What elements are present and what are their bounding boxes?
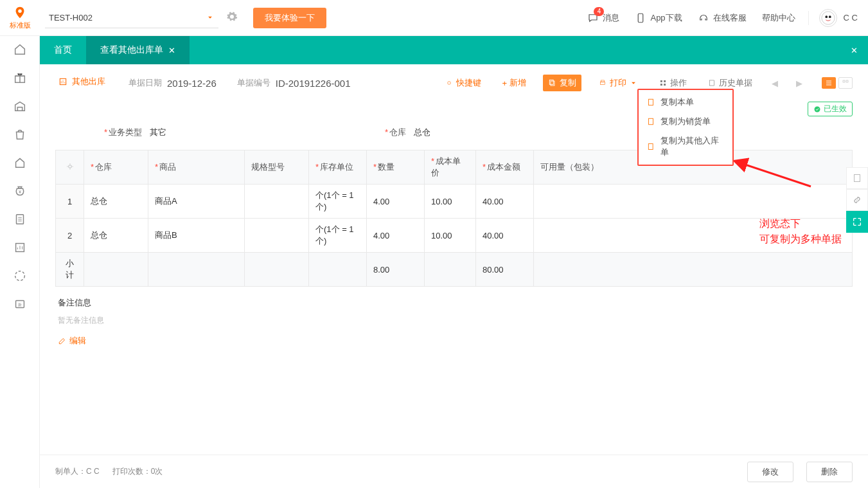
list-view-button[interactable] (822, 77, 836, 89)
phone-icon (635, 12, 646, 24)
svg-text:¥: ¥ (19, 190, 21, 194)
gear-icon (226, 11, 238, 23)
copy-as-other-inbound[interactable]: 复制为其他入库单 (639, 131, 732, 162)
user-name: C C (844, 13, 858, 23)
table-row[interactable]: 1 总仓 商品A 个(1个 = 1个) 4.00 10.00 40.00 (56, 185, 853, 219)
new-button[interactable]: +新增 (498, 75, 530, 91)
svg-rect-15 (549, 80, 553, 84)
outbound-icon (58, 77, 68, 87)
svg-point-9 (15, 271, 24, 281)
settings-button[interactable] (226, 11, 238, 24)
grid-icon (659, 78, 668, 87)
document-header: 其他出库 单据日期 2019-12-26 单据编号 ID-20191226-00… (40, 64, 868, 95)
copy-dropdown-menu: 复制本单 复制为销货单 复制为其他入库单 (637, 89, 734, 166)
warehouse-icon[interactable] (13, 99, 27, 113)
new-icon[interactable]: 新 (13, 297, 27, 311)
copy-this-doc[interactable]: 复制本单 (639, 93, 732, 112)
doc-date: 2019-12-26 (167, 78, 217, 89)
loading-icon[interactable] (13, 269, 27, 283)
home-icon[interactable] (13, 42, 27, 57)
doc-type-tab[interactable]: 其他出库 (55, 71, 108, 95)
user-avatar[interactable] (819, 9, 837, 27)
card-view-button[interactable] (838, 77, 853, 89)
svg-rect-22 (710, 80, 714, 86)
gift-icon[interactable] (13, 71, 27, 85)
clipboard-icon[interactable] (13, 212, 27, 226)
svg-rect-17 (601, 80, 605, 82)
tab-strip: 首页 查看其他出库单 ✕ ✕ (40, 36, 868, 64)
tab-current[interactable]: 查看其他出库单 ✕ (86, 36, 190, 64)
svg-text:新: 新 (18, 302, 22, 307)
close-all-tabs[interactable]: ✕ (840, 36, 868, 64)
document-page: 其他出库 单据日期 2019-12-26 单据编号 ID-20191226-00… (40, 64, 868, 488)
svg-rect-23 (843, 80, 845, 82)
edit-remark-button[interactable]: 编辑 (58, 335, 850, 347)
svg-point-30 (68, 165, 71, 168)
gear-small-icon (445, 78, 454, 87)
print-button[interactable]: 打印 (594, 75, 642, 91)
help-center-link[interactable]: 帮助中心 (762, 12, 795, 24)
expand-icon (852, 217, 862, 227)
view-toggle (822, 77, 853, 89)
avatar-icon (821, 11, 835, 25)
expand-tool[interactable] (846, 211, 868, 233)
delete-button[interactable]: 删除 (806, 462, 853, 482)
line-items-table: *仓库 *商品 规格型号 *库存单位 *数量 *成本单价 *成本金额 可用量（包… (55, 150, 853, 287)
warehouse-value: 总仓 (414, 127, 430, 138)
close-icon[interactable]: ✕ (168, 46, 175, 55)
svg-rect-14 (551, 81, 554, 86)
top-bar: 标准版 TEST-H002 我要体验一下 消息 4 App下载 在线客服 帮助中… (0, 0, 868, 36)
customer-service-link[interactable]: 在线客服 (698, 12, 747, 24)
edit-icon (58, 336, 67, 345)
next-doc-button[interactable]: ▶ (793, 78, 805, 88)
document-footer: 制单人：C C 打印次数：0次 修改 删除 (40, 455, 868, 488)
subtotal-row: 小计 8.00 80.00 (56, 253, 853, 287)
left-nav-rail: ¥ 新 (0, 36, 40, 488)
svg-rect-26 (649, 118, 653, 124)
svg-point-0 (18, 9, 22, 13)
table-row[interactable]: 2 总仓 商品B 个(1个 = 1个) 4.00 10.00 40.00 (56, 219, 853, 253)
svg-rect-16 (601, 82, 605, 84)
tab-home[interactable]: 首页 (40, 36, 86, 64)
logo-icon (13, 6, 27, 20)
bag-icon[interactable] (13, 127, 27, 141)
svg-point-3 (825, 15, 828, 18)
svg-point-13 (448, 82, 451, 85)
svg-rect-20 (660, 84, 662, 86)
svg-rect-31 (854, 175, 860, 182)
form-fields: *业务类型 其它 *仓库 总仓 (40, 123, 868, 150)
modify-button[interactable]: 修改 (747, 462, 793, 482)
svg-rect-18 (660, 80, 662, 82)
copy-button[interactable]: 复制 (543, 75, 581, 91)
report-icon[interactable] (13, 240, 27, 255)
svg-rect-25 (649, 99, 653, 105)
money-bag-icon[interactable]: ¥ (13, 184, 27, 198)
link-tool[interactable] (846, 189, 868, 211)
svg-rect-19 (664, 80, 666, 82)
plus-icon: + (502, 78, 507, 88)
messages-link[interactable]: 消息 4 (587, 12, 619, 24)
gear-icon (66, 162, 75, 171)
tenant-selector[interactable]: TEST-H002 (45, 8, 218, 28)
side-float-tools (846, 167, 868, 233)
svg-rect-1 (639, 14, 644, 23)
doc-icon (646, 117, 655, 126)
svg-point-29 (815, 106, 820, 112)
status-badge: 已生效 (808, 102, 853, 116)
remark-section: 备注信息 暂无备注信息 编辑 (40, 287, 868, 357)
app-download-link[interactable]: App下载 (635, 12, 682, 24)
biztype-value: 其它 (150, 127, 166, 138)
prev-doc-button[interactable]: ◀ (769, 78, 781, 88)
shortcut-button[interactable]: 快捷键 (441, 75, 485, 91)
svg-rect-24 (846, 80, 848, 82)
tenant-name: TEST-H002 (49, 13, 200, 23)
col-settings[interactable] (56, 150, 84, 185)
chevron-down-icon (206, 13, 215, 22)
try-button[interactable]: 我要体验一下 (253, 8, 326, 28)
house-icon[interactable] (13, 156, 27, 170)
copy-as-sales[interactable]: 复制为销货单 (639, 112, 732, 131)
print-icon (598, 78, 607, 87)
check-circle-icon (813, 105, 821, 113)
note-tool[interactable] (846, 167, 868, 189)
chevron-down-icon (629, 78, 638, 87)
